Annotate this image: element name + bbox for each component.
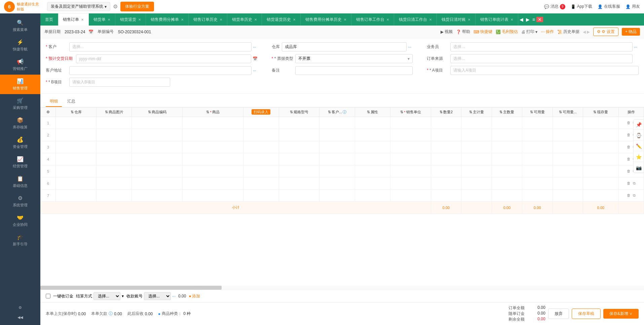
cell-main-qty[interactable] — [492, 141, 522, 153]
cell-main-unit[interactable] — [461, 190, 492, 202]
cell-image[interactable] — [96, 153, 132, 165]
tab-fee-history[interactable]: 销售费用分摊单历史 ✕ — [301, 13, 351, 26]
delete-icon[interactable]: 🗑 — [627, 169, 631, 173]
cell-spec[interactable] — [279, 165, 319, 177]
cell-code[interactable] — [132, 117, 183, 129]
cell-image[interactable] — [96, 190, 132, 202]
account-more-btn[interactable]: ··· — [172, 294, 176, 298]
tab-nav-next[interactable]: ▶ — [525, 17, 531, 22]
cell-warehouse[interactable] — [56, 117, 97, 129]
calendar-icon[interactable]: 📅 — [88, 30, 93, 34]
cell-current[interactable] — [583, 190, 618, 202]
history-action[interactable]: 📜 历史单据 — [557, 29, 579, 35]
th-settings[interactable]: ⚙ — [41, 108, 56, 117]
cell-warehouse[interactable] — [56, 153, 97, 165]
message-item[interactable]: 💬 消息 9 — [544, 4, 565, 9]
th-customer-code[interactable]: ⇅客户...ⓘ — [319, 108, 355, 117]
tab-daily-workbench[interactable]: 钱货日清工作台 ✕ — [394, 13, 437, 26]
sidebar-item-inventory[interactable]: 📦 库存核算 — [0, 114, 40, 133]
cell-available[interactable] — [522, 129, 553, 141]
th-main-unit[interactable]: ⇅主计量 — [461, 108, 492, 117]
cell-available[interactable] — [522, 190, 553, 202]
th-attribute[interactable]: ⇅属性 — [355, 108, 390, 117]
salesperson-more-btn[interactable]: ··· — [633, 45, 639, 49]
sidebar-item-marketing[interactable]: 📢 营销推广 — [0, 55, 40, 75]
sidebar-collapse[interactable]: ◀◀ — [15, 313, 25, 322]
discard-btn[interactable]: 放弃 — [548, 309, 569, 319]
system-name[interactable]: 装备及固定资产辅助管理系统 ▾ — [47, 2, 110, 11]
cell-attribute[interactable] — [355, 177, 390, 190]
help-action[interactable]: ❓ 帮助 — [456, 29, 470, 35]
warehouse-more-btn[interactable]: ··· — [407, 45, 413, 49]
cell-unit[interactable] — [390, 165, 431, 177]
delete-icon[interactable]: 🗑 — [627, 133, 631, 137]
cell-spec[interactable] — [279, 153, 319, 165]
tab-summary[interactable]: 汇总 — [63, 96, 79, 107]
tab-nav-menu[interactable]: ≡ — [531, 17, 536, 22]
cell-attribute[interactable] — [355, 190, 390, 202]
save-draft-btn[interactable]: 保存草稿 — [572, 309, 601, 319]
payment-method-select[interactable]: 选择... — [93, 292, 120, 300]
rp-clock-icon[interactable]: ⌚ — [634, 130, 644, 140]
cell-image[interactable] — [96, 117, 132, 129]
add-goods-btn[interactable]: + 物品 — [622, 28, 640, 36]
cell-main-unit[interactable] — [461, 165, 492, 177]
order-source-input[interactable]: 选择... — [450, 54, 633, 63]
cell-customer-code[interactable] — [319, 153, 355, 165]
cell-spec[interactable] — [279, 117, 319, 129]
cell-warehouse[interactable] — [56, 141, 97, 153]
tab-close-invoice[interactable]: ✕ — [108, 18, 110, 22]
cell-current[interactable] — [583, 141, 618, 153]
rp-camera-icon[interactable]: 📷 — [634, 163, 644, 173]
sidebar-item-guide[interactable]: 🎓 新手引导 — [0, 231, 40, 250]
cell-attribute[interactable] — [355, 165, 390, 177]
cell-main-unit[interactable] — [461, 129, 492, 141]
shortcut-action[interactable]: ⌨ 快捷键 — [473, 29, 492, 35]
tab-fee-split[interactable]: 销售费用分摊单 ✕ — [146, 13, 189, 26]
tab-close-fee[interactable]: ✕ — [181, 18, 184, 22]
th-main-qty[interactable]: ⇅主数量 — [492, 108, 522, 117]
cell-available2[interactable] — [553, 165, 583, 177]
tab-order-workbench[interactable]: 销售订单工作台 ✕ — [351, 13, 394, 26]
cell-unit[interactable] — [390, 190, 431, 202]
customer-more-btn[interactable]: ··· — [252, 45, 258, 49]
th-spec[interactable]: ⇅规格型号 — [279, 108, 319, 117]
sidebar-item-sales[interactable]: 📊 销售管理 — [0, 75, 40, 94]
th-qty2[interactable]: ⇅数量2 — [431, 108, 461, 117]
address-more-btn[interactable]: ··· — [252, 68, 258, 73]
scroll-bar-area[interactable] — [40, 286, 644, 290]
cell-current[interactable] — [583, 153, 618, 165]
tab-home[interactable]: 首页 — [40, 13, 58, 26]
cell-qty2[interactable] — [431, 117, 461, 129]
delete-icon[interactable]: 🗑 — [627, 157, 631, 161]
cell-current[interactable] — [583, 117, 618, 129]
customer-input[interactable]: 选择... — [69, 42, 252, 51]
th-unit[interactable]: ⇅*销售单位 — [390, 108, 431, 117]
tab-sales-return[interactable]: 销货退货 ✕ — [115, 13, 146, 26]
cell-available2[interactable] — [553, 177, 583, 190]
cell-qty2[interactable] — [431, 190, 461, 202]
tab-close-order-hist[interactable]: ✕ — [220, 18, 222, 22]
cell-customer-code[interactable] — [319, 141, 355, 153]
cell-code[interactable] — [132, 153, 183, 165]
cell-spec[interactable] — [279, 190, 319, 202]
a-project-input[interactable]: 请输入A项目 — [450, 66, 639, 75]
sidebar-item-basic[interactable]: 📋 基础信息 — [0, 172, 40, 192]
cell-code[interactable] — [132, 190, 183, 202]
cell-image[interactable] — [96, 177, 132, 190]
cell-available[interactable] — [522, 141, 553, 153]
profit-action[interactable]: 💹 毛利预估 — [496, 29, 518, 35]
delivery-calendar-icon[interactable]: 📅 — [253, 56, 258, 61]
tab-close-fee-hist[interactable]: ✕ — [344, 18, 346, 22]
cell-image[interactable] — [96, 141, 132, 153]
settings-btn[interactable]: ⚙ ⚙ 设置 — [593, 28, 618, 36]
tab-close-summary[interactable]: ✕ — [510, 18, 513, 22]
cell-main-unit[interactable] — [461, 177, 492, 190]
sidebar-item-quick[interactable]: ⚡ 快捷导航 — [0, 36, 40, 55]
tab-order-history[interactable]: 销售订单历史 ✕ — [189, 13, 227, 26]
note-input[interactable] — [295, 66, 413, 75]
cell-available2[interactable] — [553, 190, 583, 202]
th-goods[interactable]: ⇅*商品 — [183, 108, 243, 117]
b-project-input[interactable]: 请输入B项目 — [69, 78, 170, 87]
cell-attribute[interactable] — [355, 153, 390, 165]
